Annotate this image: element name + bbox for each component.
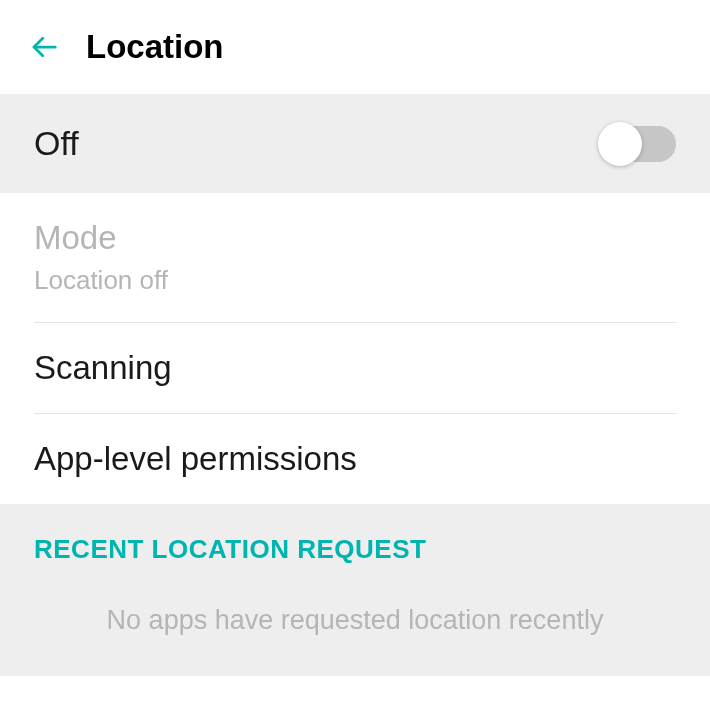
recent-empty-state: No apps have requested location recently: [0, 579, 710, 676]
back-button[interactable]: [26, 29, 62, 65]
recent-section-header: RECENT LOCATION REQUEST: [0, 504, 710, 579]
page-title: Location: [86, 28, 224, 66]
empty-state-text: No apps have requested location recently: [34, 605, 676, 636]
arrow-left-icon: [29, 32, 59, 62]
recent-header-text: RECENT LOCATION REQUEST: [34, 534, 676, 565]
app-permissions-title: App-level permissions: [34, 440, 676, 478]
app-permissions-item[interactable]: App-level permissions: [34, 414, 676, 504]
mode-title: Mode: [34, 219, 676, 257]
scanning-item[interactable]: Scanning: [34, 323, 676, 414]
toggle-label: Off: [34, 124, 79, 163]
mode-item: Mode Location off: [34, 193, 676, 323]
toggle-knob: [598, 122, 642, 166]
location-toggle-row[interactable]: Off: [0, 94, 710, 193]
location-toggle-switch[interactable]: [600, 126, 676, 162]
scanning-title: Scanning: [34, 349, 676, 387]
mode-subtitle: Location off: [34, 265, 676, 296]
